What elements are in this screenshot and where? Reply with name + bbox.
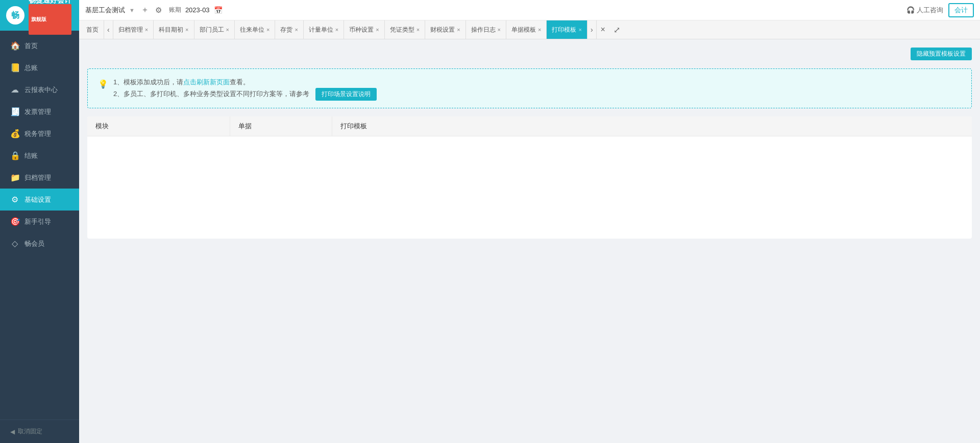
logo-icon: 畅 <box>6 6 24 25</box>
period-value: 2023-03 <box>185 6 210 14</box>
col-document: 单据 <box>230 116 332 136</box>
sidebar-label-home: 首页 <box>24 41 38 51</box>
tab-inventory-close-icon[interactable]: × <box>295 27 298 33</box>
tab-inventory-label: 存货 <box>280 26 292 34</box>
tab-currency-close-icon[interactable]: × <box>376 27 379 33</box>
add-tab-button[interactable]: ＋ <box>139 5 151 15</box>
headset-icon: 🎧 <box>906 6 915 14</box>
tab-unit-close-icon[interactable]: × <box>335 27 338 33</box>
sidebar-item-archive[interactable]: 📁归档管理 <box>0 167 79 189</box>
support-button[interactable]: 🎧 人工咨询 <box>906 6 943 15</box>
notice-bulb-icon: 💡 <box>98 77 108 92</box>
tab-voucher-type[interactable]: 凭证类型 × <box>385 20 425 39</box>
sidebar-nav: 🏠首页📒总账☁云报表中心🧾发票管理💰税务管理🔒结账📁归档管理⚙基础设置🎯新手引导… <box>0 31 79 419</box>
sidebar-item-invoice[interactable]: 🧾发票管理 <box>0 101 79 123</box>
sidebar-label-reports: 云报表中心 <box>24 85 58 95</box>
tax-icon: 💰 <box>10 129 19 138</box>
tab-voucher-type-close-icon[interactable]: × <box>416 27 420 33</box>
tab-operation-log-label: 操作日志 <box>471 26 496 34</box>
tab-subject-close-icon[interactable]: × <box>185 27 188 33</box>
tab-single-form-label: 单据模板 <box>511 26 536 34</box>
tab-nav-forward-icon[interactable]: › <box>587 20 597 39</box>
hide-template-button[interactable]: 隐藏预置模板设置 <box>911 48 972 60</box>
tab-supplier[interactable]: 往来单位 × <box>235 20 275 39</box>
tab-print-template-close-icon[interactable]: × <box>578 27 581 33</box>
notice-text: 1、模板添加成功后，请点击刷新新页面查看。 2、多员工、多打印机、多种业务类型设… <box>113 76 961 101</box>
tab-archive-label: 归档管理 <box>118 26 143 34</box>
notice-refresh-link[interactable]: 点击刷新新页面 <box>183 78 230 86</box>
tab-supplier-label: 往来单位 <box>240 26 264 34</box>
kuaiji-button[interactable]: 会计 <box>948 3 974 17</box>
sidebar-label-ledger: 总账 <box>24 63 38 73</box>
tab-single-form[interactable]: 单据模板 × <box>506 20 547 39</box>
tab-tax-settings-close-icon[interactable]: × <box>457 27 460 33</box>
logo: 畅 畅捷通好会计 旗舰版 <box>0 0 79 31</box>
tab-department-label: 部门员工 <box>200 26 224 34</box>
tab-print-template-label: 打印模板 <box>552 26 576 34</box>
tab-bar: 首页 ‹ 归档管理 × 科目期初 × 部门员工 × 往来单位 × 存货 × 计量… <box>79 20 980 39</box>
explain-button[interactable]: 打印场景设置说明 <box>315 88 377 101</box>
home-icon: 🏠 <box>10 41 19 51</box>
tab-subject-label: 科目期初 <box>159 26 183 34</box>
tab-archive-close-icon[interactable]: × <box>145 27 148 33</box>
tab-subject[interactable]: 科目期初 × <box>154 20 194 39</box>
sidebar-label-invoice: 发票管理 <box>24 107 51 116</box>
tab-currency-label: 币种设置 <box>349 26 374 34</box>
tab-operation-log-close-icon[interactable]: × <box>498 27 501 33</box>
tab-print-template[interactable]: 打印模板 × <box>547 20 587 39</box>
tab-unit-label: 计量单位 <box>309 26 333 34</box>
notice-line1-prefix: 1、模板添加成功后，请 <box>113 78 183 86</box>
col-template: 打印模板 <box>332 116 972 136</box>
unpin-label: 取消固定 <box>18 427 42 436</box>
tab-close-all-icon[interactable]: × <box>597 20 609 39</box>
sidebar-item-reports[interactable]: ☁云报表中心 <box>0 79 79 101</box>
sidebar-item-settings[interactable]: ⚙基础设置 <box>0 189 79 211</box>
tab-department-close-icon[interactable]: × <box>226 27 229 33</box>
tab-operation-log[interactable]: 操作日志 × <box>466 20 506 39</box>
tab-voucher-type-label: 凭证类型 <box>390 26 414 34</box>
print-template-table: 模块 单据 打印模板 <box>87 116 972 239</box>
sidebar-item-closing[interactable]: 🔒结账 <box>0 145 79 167</box>
unpin-footer[interactable]: ◀ 取消固定 <box>0 419 79 443</box>
guide-icon: 🎯 <box>10 217 19 226</box>
notice-line1-suffix: 查看。 <box>230 78 250 86</box>
notice-line1: 1、模板添加成功后，请点击刷新新页面查看。 <box>113 76 961 88</box>
sidebar-label-tax: 税务管理 <box>24 129 51 138</box>
ledger-icon: 📒 <box>10 63 19 73</box>
tab-archive[interactable]: 归档管理 × <box>113 20 154 39</box>
notice-content: 💡 1、模板添加成功后，请点击刷新新页面查看。 2、多员工、多打印机、多种业务类… <box>98 76 961 101</box>
sidebar-item-member[interactable]: ◇畅会员 <box>0 232 79 254</box>
sidebar-item-guide[interactable]: 🎯新手引导 <box>0 211 79 232</box>
tab-department[interactable]: 部门员工 × <box>194 20 235 39</box>
tab-inventory[interactable]: 存货 × <box>275 20 303 39</box>
tab-tax-settings-label: 财税设置 <box>430 26 455 34</box>
sidebar: 畅 畅捷通好会计 旗舰版 🏠首页📒总账☁云报表中心🧾发票管理💰税务管理🔒结账📁归… <box>0 0 79 443</box>
sidebar-label-archive: 归档管理 <box>24 173 51 182</box>
notice-line2: 2、多员工、多打印机、多种业务类型设置不同打印方案等，请参考 打印场景设置说明 <box>113 88 961 101</box>
header-right: 🎧 人工咨询 会计 <box>906 3 974 17</box>
sidebar-item-ledger[interactable]: 📒总账 <box>0 57 79 79</box>
sidebar-label-guide: 新手引导 <box>24 217 51 226</box>
logo-title: 畅捷通好会计 <box>29 0 71 4</box>
tab-nav-back-icon[interactable]: ‹ <box>104 20 113 39</box>
company-name: 基层工会测试 <box>85 6 125 15</box>
table-header: 模块 单据 打印模板 <box>87 116 972 136</box>
sidebar-item-home[interactable]: 🏠首页 <box>0 35 79 57</box>
support-label: 人工咨询 <box>917 6 943 15</box>
tab-tax-settings[interactable]: 财税设置 × <box>425 20 465 39</box>
tab-home[interactable]: 首页 <box>81 20 104 39</box>
sidebar-item-tax[interactable]: 💰税务管理 <box>0 123 79 145</box>
closing-icon: 🔒 <box>10 151 19 160</box>
tab-single-form-close-icon[interactable]: × <box>538 27 541 33</box>
tab-currency[interactable]: 币种设置 × <box>344 20 384 39</box>
company-dropdown-icon[interactable]: ▼ <box>129 7 135 13</box>
sidebar-label-closing: 结账 <box>24 151 38 160</box>
calendar-icon[interactable]: 📅 <box>214 6 223 14</box>
tab-unit[interactable]: 计量单位 × <box>304 20 344 39</box>
main-area: 基层工会测试 ▼ ＋ ⚙ 账期 2023-03 📅 🎧 人工咨询 会计 首页 ‹… <box>79 0 980 443</box>
settings-icon: ⚙ <box>10 195 19 204</box>
member-icon: ◇ <box>10 239 19 248</box>
tab-supplier-close-icon[interactable]: × <box>266 27 270 33</box>
settings-gear-icon[interactable]: ⚙ <box>155 6 162 15</box>
tab-expand-icon[interactable]: ⤢ <box>609 20 624 39</box>
